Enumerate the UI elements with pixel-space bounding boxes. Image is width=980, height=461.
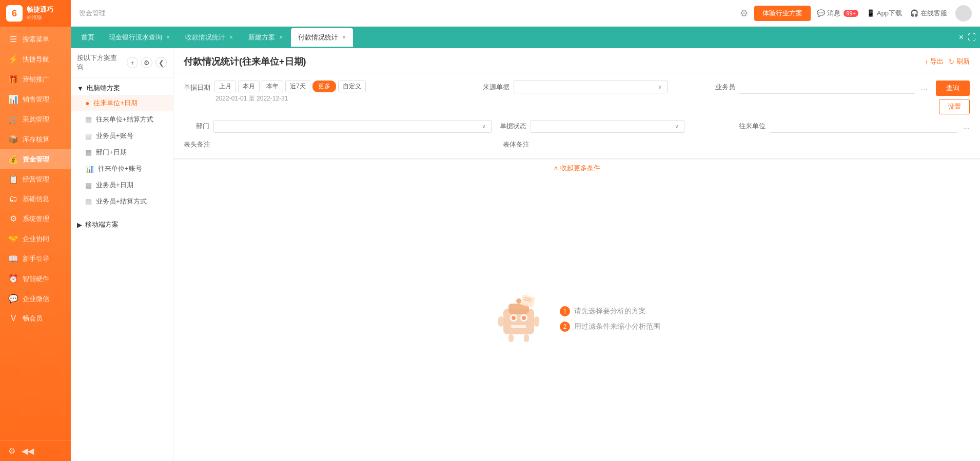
last-month-btn[interactable]: 上月 [214,81,236,92]
plan-staff-settle[interactable]: ▦ 业务员+结算方式 [71,193,173,210]
more-btn[interactable]: 更多 [312,81,336,92]
dept-chevron-icon: ∨ [482,123,486,130]
tab-bar-actions: × ⛶ [959,33,976,42]
sidebar-logo: 6 畅捷通巧 标准版 [0,0,71,27]
service-icon: 🎧 [910,9,918,17]
sidebar-collapse-icon[interactable]: ◀◀ [22,446,34,456]
staff-dots[interactable]: ... [921,83,928,92]
chevron-down-icon: ▼ [77,85,84,92]
plan-partner-date[interactable]: ● 往来单位+日期 [71,95,173,111]
partner-dots[interactable]: ... [963,122,970,131]
add-plan-button[interactable]: + [127,57,138,68]
plan-icon: ▦ [85,115,92,124]
page-actions: ↑ 导出 ↻ 刷新 [925,57,970,66]
tab-maximize-icon[interactable]: ⛶ [968,33,976,42]
sidebar-item-member[interactable]: V畅会员 [0,309,71,328]
content-area: 按以下方案查询 + ⚙ ❮ ▼ 电脑端方案 ● 往来单位+日期 ▦ [71,48,980,461]
dept-select[interactable]: ∨ [213,120,492,133]
status-label: 单据状态 [500,122,526,131]
source-select[interactable]: ∨ [514,81,668,93]
plan-partner-account[interactable]: 📊 往来单位+账号 [71,161,173,177]
plan-icon: ▦ [85,132,92,140]
online-service-button[interactable]: 🎧 在线客服 [910,9,947,18]
sidebar-item-basic-info[interactable]: 🗂基础信息 [0,189,71,209]
user-avatar[interactable] [955,5,972,22]
sidebar-item-purchase[interactable]: 🛒采购管理 [0,109,71,129]
empty-content: 1 请先选择要分析的方案 2 用过滤条件来缩小分析范围 [493,293,660,345]
date-label: 单据日期 [184,81,210,92]
logo-icon: 6 [6,5,23,22]
chevron-right-icon: ▶ [77,221,82,229]
sidebar-item-quick-nav[interactable]: ⚡快捷导航 [0,49,71,69]
tab-close-all-icon[interactable]: × [959,33,964,42]
plan-dept-date[interactable]: ▦ 部门+日期 [71,144,173,161]
filter-area: 单据日期 上月 本月 本年 近7天 更多 自定义 2022-01-01 至 20… [173,73,980,159]
sidebar-item-operations[interactable]: 📋经营管理 [0,169,71,189]
tab-close-payment-stat[interactable]: × [342,34,346,41]
status-select[interactable]: ∨ [531,120,684,133]
refresh-button[interactable]: ↻ 刷新 [949,57,970,66]
sidebar-bottom: ⚙ ◀◀ [0,440,71,461]
setting-button[interactable]: 设置 [939,99,970,114]
svg-point-11 [516,298,521,304]
page-title: 付款情况统计(往来单位+日期) [184,55,925,68]
tab-new-plan[interactable]: 新建方案 × [241,28,290,47]
sidebar-item-guide[interactable]: 📖新手引导 [0,249,71,269]
plan-staff-date[interactable]: ▦ 业务员+日期 [71,177,173,193]
last-7days-btn[interactable]: 近7天 [285,81,310,92]
sidebar-item-search-menu[interactable]: ☰搜索菜单 [0,29,71,49]
tab-bank-flow[interactable]: 现金银行流水查询 × [102,28,177,47]
tab-close-new-plan[interactable]: × [279,34,283,41]
this-year-btn[interactable]: 本年 [262,81,283,92]
desktop-plans-header[interactable]: ▼ 电脑端方案 [71,82,173,95]
header-settings-icon[interactable]: ⚙ [740,8,748,19]
collapse-up-icon: ∧ [553,164,561,172]
tab-payment-stat[interactable]: 付款情况统计 × [291,28,353,47]
left-panel: 按以下方案查询 + ⚙ ❮ ▼ 电脑端方案 ● 往来单位+日期 ▦ [71,48,173,461]
plan-partner-settle[interactable]: ▦ 往来单位+结算方式 [71,111,173,128]
staff-input[interactable] [739,81,915,94]
mobile-plans-header[interactable]: ▶ 移动端方案 [71,218,173,231]
query-button[interactable]: 查询 [936,81,970,96]
sidebar-item-wechat[interactable]: 💬企业微信 [0,289,71,309]
sidebar-item-hardware[interactable]: ⏰智能硬件 [0,269,71,289]
messages-button[interactable]: 💬 消息 99+ [817,9,858,18]
sidebar-item-marketing[interactable]: 🎁营销推广 [0,69,71,89]
sidebar-item-sales[interactable]: 📊销售管理 [0,89,71,109]
svg-rect-10 [524,334,529,342]
header-note-input[interactable] [214,138,495,151]
plan-icon: ● [85,99,89,107]
filter-row-1: 单据日期 上月 本月 本年 近7天 更多 自定义 2022-01-01 至 20… [184,81,970,114]
trial-button[interactable]: 体验行业方案 [754,6,811,21]
right-panel: 付款情况统计(往来单位+日期) ↑ 导出 ↻ 刷新 单 [173,48,980,461]
tab-close-payment-stats[interactable]: × [229,34,233,41]
export-icon: ↑ [925,58,929,66]
tab-payment-stats[interactable]: 收款情况统计 × [178,28,240,47]
tab-home[interactable]: 首页 [75,28,101,47]
partner-label: 往来单位 [739,122,766,131]
logo-text: 畅捷通巧 标准版 [27,6,53,22]
sidebar-item-enterprise[interactable]: 🤝企业协同 [0,229,71,249]
svg-rect-9 [508,334,514,342]
sidebar-settings-icon[interactable]: ⚙ [8,446,15,456]
nav-icon-member: V [8,314,18,323]
partner-input[interactable] [770,119,957,133]
plan-settings-button[interactable]: ⚙ [141,57,152,68]
app-download-button[interactable]: 📱 App下载 [867,9,902,18]
tab-close-bank-flow[interactable]: × [166,34,170,41]
body-note-input[interactable] [534,138,739,151]
sidebar-item-inventory[interactable]: 📦库存核算 [0,129,71,149]
collapse-bar[interactable]: ∧ 收起更多条件 [173,159,980,177]
nav-icon-marketing: 🎁 [8,74,18,84]
this-month-btn[interactable]: 本月 [238,81,260,92]
custom-btn[interactable]: 自定义 [338,81,366,92]
nav-icon-purchase: 🛒 [8,114,18,124]
collapse-panel-button[interactable]: ❮ [155,57,167,68]
sidebar-item-finance[interactable]: 💰资金管理 [0,149,71,169]
tab-bar: 首页 现金银行流水查询 × 收款情况统计 × 新建方案 × 付款情况统计 × ×… [71,27,980,48]
staff-label: 业务员 [710,83,735,92]
export-button[interactable]: ↑ 导出 [925,57,944,66]
empty-tips: 1 请先选择要分析的方案 2 用过滤条件来缩小分析范围 [560,306,660,332]
plan-staff-account[interactable]: ▦ 业务员+账号 [71,128,173,144]
sidebar-item-system[interactable]: ⚙系统管理 [0,209,71,229]
